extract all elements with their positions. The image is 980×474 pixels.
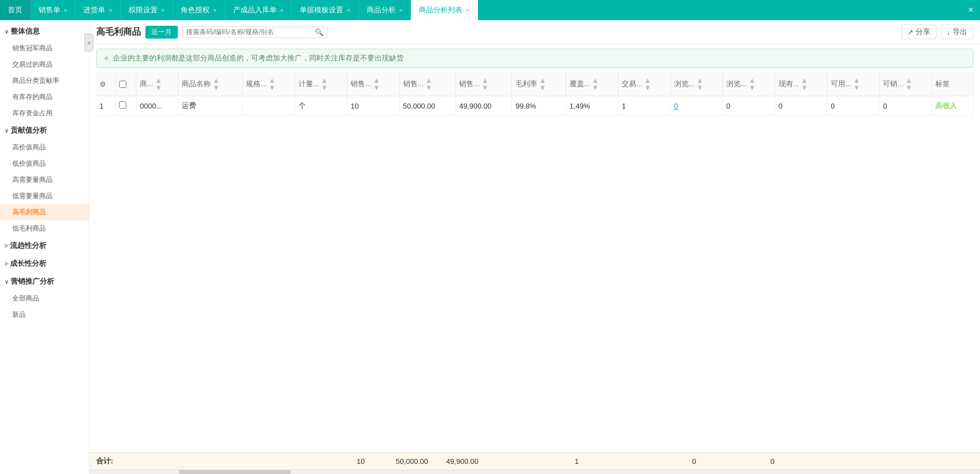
sidebar-item-high-profit[interactable]: 高毛利商品 — [0, 204, 89, 220]
nav-close-permission-settings[interactable]: × — [161, 7, 164, 13]
nav-close-product-analysis-list[interactable]: × — [466, 7, 469, 13]
cell-checkbox[interactable] — [116, 96, 136, 116]
col-header-unit[interactable]: 计量...▲▼ — [295, 72, 347, 96]
filter-recent-month-button[interactable]: 近一月 — [145, 26, 178, 39]
sidebar-section-marketing-analysis[interactable]: ∨ 营销推广分析 — [0, 273, 89, 290]
nav-close-purchase-order[interactable]: × — [108, 7, 112, 13]
col-header-index: ⚙ — [96, 72, 116, 96]
sidebar-section-wealth-analysis[interactable]: ∨ 贡献值分析 — [0, 121, 89, 139]
col-label-sales-amount: 销售... — [403, 79, 424, 89]
sort-arrows-sales-cost[interactable]: ▲▼ — [481, 77, 489, 91]
sort-arrows-sales-qty[interactable]: ▲▼ — [373, 77, 380, 91]
data-table: ⚙商...▲▼商品名称▲▼规格...▲▼计量...▲▼销售...▲▼销售...▲… — [96, 72, 973, 116]
sidebar-section-growth-analysis[interactable]: > 成长性分析 — [0, 255, 89, 273]
sort-arrows-product-code[interactable]: ▲▼ — [155, 77, 162, 91]
nav-item-purchase-order[interactable]: 进货单 × — [75, 0, 120, 20]
sort-arrows-spec[interactable]: ▲▼ — [268, 77, 276, 91]
col-header-product-code[interactable]: 商...▲▼ — [136, 72, 178, 96]
table-container: ⚙商...▲▼商品名称▲▼规格...▲▼计量...▲▼销售...▲▼销售...▲… — [89, 72, 980, 452]
nav-close-product-analysis[interactable]: × — [399, 7, 403, 13]
sort-arrows-coverage[interactable]: ▲▼ — [592, 77, 599, 91]
sort-arrows-available1[interactable]: ▲▼ — [801, 77, 808, 91]
table-row: 10000...运费个1050,000.0049,900.0099.8%1.49… — [96, 96, 973, 116]
sort-arrows-browse2[interactable]: ▲▼ — [749, 77, 756, 91]
sort-arrows-gross-margin[interactable]: ▲▼ — [539, 77, 546, 91]
content-header: 高毛利商品 近一月 🔍 ↗ 分享 ↓ 导出 — [89, 20, 980, 44]
close-all-button[interactable]: × — [962, 5, 980, 15]
sidebar-item-inventory-capital[interactable]: 库存资金占用 — [0, 105, 89, 121]
col-header-browse1[interactable]: 浏览...▲▼ — [670, 72, 722, 96]
nav-item-product-analysis[interactable]: 商品分析 × — [359, 0, 411, 20]
col-header-sales-amount[interactable]: 销售...▲▼ — [399, 72, 456, 96]
nav-close-sales-order[interactable]: × — [64, 7, 67, 13]
sidebar-item-inventory-products[interactable]: 有库存的商品 — [0, 89, 89, 105]
sidebar-collapse-button[interactable]: « — [84, 34, 93, 51]
sort-arrows-browse1[interactable]: ▲▼ — [696, 77, 703, 91]
search-icon: 🔍 — [315, 28, 324, 36]
sidebar-section-trend-analysis[interactable]: > 流趋性分析 — [0, 237, 89, 255]
col-header-product-name[interactable]: 商品名称▲▼ — [178, 72, 243, 96]
cell-browse2: 0 — [723, 96, 775, 116]
col-header-spec[interactable]: 规格...▲▼ — [243, 72, 295, 96]
nav-item-role-permission[interactable]: 角色授权 × — [173, 0, 225, 20]
sidebar-section-overall-info[interactable]: ∨ 整体信息 — [0, 22, 89, 40]
col-header-trade-count[interactable]: 交易...▲▼ — [618, 72, 670, 96]
sort-arrows-sales-amount[interactable]: ▲▼ — [425, 77, 433, 91]
sort-arrows-available2[interactable]: ▲▼ — [853, 77, 860, 91]
section-arrow-overall-info: ∨ — [4, 29, 8, 35]
nav-close-role-permission[interactable]: × — [213, 7, 216, 13]
sidebar-item-new-products[interactable]: 新品 — [0, 307, 89, 323]
nav-item-sales-order[interactable]: 销售单 × — [31, 0, 75, 20]
col-label-browse2: 浏览... — [726, 79, 747, 89]
sort-arrows-product-name[interactable]: ▲▼ — [212, 77, 220, 91]
sidebar-item-low-demand[interactable]: 低需要量商品 — [0, 188, 89, 204]
cell-unit: 个 — [295, 96, 347, 116]
col-label-unit: 计量... — [299, 79, 319, 89]
section-label-wealth-analysis: 贡献值分析 — [11, 125, 47, 135]
sort-arrows-trade-count[interactable]: ▲▼ — [644, 77, 651, 91]
col-header-available1[interactable]: 现有...▲▼ — [775, 72, 827, 96]
cell-sales-qty: 10 — [347, 96, 399, 116]
col-header-gross-margin[interactable]: 毛利率▲▼ — [512, 72, 566, 96]
cell-gross-margin: 99.8% — [512, 96, 566, 116]
sidebar-item-sales-ranking[interactable]: 销售冠军商品 — [0, 40, 89, 57]
export-button[interactable]: ↓ 导出 — [941, 25, 974, 39]
sidebar-item-low-profit[interactable]: 低毛利商品 — [0, 220, 89, 237]
section-arrow-trend-analysis: > — [4, 243, 8, 249]
bottom-scrollbar[interactable] — [89, 470, 980, 474]
sidebar-item-all-products[interactable]: 全部商品 — [0, 290, 89, 307]
cell-available1: 0 — [775, 96, 827, 116]
col-header-sales-cost[interactable]: 销售...▲▼ — [456, 72, 512, 96]
col-header-available2[interactable]: 可用...▲▼ — [827, 72, 879, 96]
cell-browse1: 0 — [670, 96, 722, 116]
gear-icon[interactable]: ⚙ — [100, 80, 106, 88]
cell-coverage: 1.49% — [566, 96, 618, 116]
nav-close-template-settings[interactable]: × — [347, 7, 350, 13]
nav-item-template-settings[interactable]: 单据模板设置 × — [292, 0, 358, 20]
col-header-sales-qty[interactable]: 销售...▲▼ — [347, 72, 399, 96]
select-all-checkbox[interactable] — [119, 81, 126, 88]
col-label-trade-count: 交易... — [622, 79, 642, 89]
col-header-saleable[interactable]: 可销...▲▼ — [879, 72, 931, 96]
sidebar-item-product-contribution[interactable]: 商品分类贡献率 — [0, 73, 89, 89]
nav-item-permission-settings[interactable]: 权限设置 × — [121, 0, 173, 20]
section-label-marketing-analysis: 营销推广分析 — [11, 276, 54, 287]
sidebar-item-high-value[interactable]: 高价值商品 — [0, 139, 89, 156]
col-label-sales-qty: 销售... — [351, 79, 371, 89]
search-input[interactable] — [186, 28, 315, 36]
sidebar-item-low-value[interactable]: 低价值商品 — [0, 156, 89, 172]
sort-arrows-saleable[interactable]: ▲▼ — [905, 77, 912, 91]
nav-item-product-import[interactable]: 产成品入库单 × — [225, 0, 292, 20]
sort-arrows-unit[interactable]: ▲▼ — [321, 77, 328, 91]
nav-item-home[interactable]: 首页 — [0, 0, 31, 20]
col-header-browse2[interactable]: 浏览...▲▼ — [723, 72, 775, 96]
nav-close-product-import[interactable]: × — [280, 7, 283, 13]
sidebar-item-high-demand[interactable]: 高需要量商品 — [0, 172, 89, 188]
info-icon: ✧ — [103, 54, 110, 63]
share-button[interactable]: ↗ 分享 — [901, 25, 936, 39]
col-header-coverage[interactable]: 覆盖...▲▼ — [566, 72, 618, 96]
cell-sales-amount: 50,000.00 — [399, 96, 456, 116]
sidebar-item-traded-products[interactable]: 交易过的商品 — [0, 57, 89, 73]
nav-item-product-analysis-list[interactable]: 商品分析列表 × — [411, 0, 477, 20]
row-checkbox[interactable] — [119, 101, 126, 109]
